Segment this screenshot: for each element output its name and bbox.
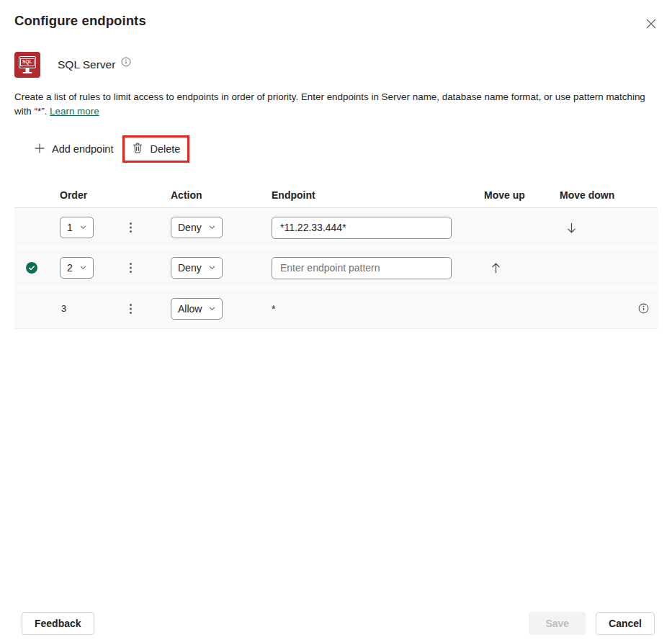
- sql-server-icon: SQL: [14, 52, 40, 78]
- endpoint-pattern-text: *: [272, 303, 275, 315]
- cancel-button[interactable]: Cancel: [596, 612, 655, 635]
- endpoints-table: Order Action Endpoint Move up Move down …: [14, 182, 658, 329]
- plus-icon: [34, 143, 45, 156]
- feedback-button[interactable]: Feedback: [22, 612, 94, 635]
- header-move-up: Move up: [484, 182, 560, 207]
- configure-endpoints-dialog: Configure endpoints SQL SQL Server Creat…: [0, 0, 672, 640]
- sql-icon-label: SQL: [20, 58, 35, 66]
- delete-button[interactable]: Delete: [132, 142, 180, 156]
- action-dropdown[interactable]: Deny: [171, 217, 223, 238]
- delete-highlight-box: Delete: [122, 135, 189, 163]
- add-endpoint-button[interactable]: Add endpoint: [34, 143, 113, 156]
- chevron-down-icon: [79, 222, 87, 233]
- chevron-down-icon: [208, 262, 216, 274]
- action-dropdown[interactable]: Allow: [171, 298, 223, 320]
- drag-handle-icon[interactable]: [130, 267, 132, 269]
- order-dropdown[interactable]: 1: [60, 217, 94, 238]
- close-button[interactable]: [642, 14, 660, 33]
- page-title: Configure endpoints: [14, 13, 146, 29]
- header-move-down: Move down: [560, 182, 658, 207]
- learn-more-link[interactable]: Learn more: [50, 106, 99, 117]
- order-number: 3: [60, 303, 66, 314]
- move-up-button[interactable]: [488, 260, 504, 276]
- action-dropdown[interactable]: Deny: [171, 257, 223, 279]
- close-icon: [646, 20, 656, 31]
- drag-handle-icon[interactable]: [130, 307, 132, 310]
- arrow-down-icon: [565, 226, 578, 237]
- toolbar: Add endpoint Delete: [34, 134, 658, 164]
- info-icon[interactable]: [121, 57, 131, 67]
- selected-check-icon: [26, 262, 37, 274]
- footer: Feedback Save Cancel: [22, 612, 655, 635]
- save-button[interactable]: Save: [529, 612, 586, 635]
- move-down-button[interactable]: [563, 220, 580, 236]
- title-bar: Configure endpoints: [14, 13, 658, 33]
- table-row-selected: 2 Deny: [14, 248, 658, 289]
- order-dropdown[interactable]: 2: [60, 257, 94, 279]
- endpoint-pattern-input[interactable]: [272, 217, 452, 239]
- resource-header: SQL SQL Server: [14, 52, 658, 78]
- chevron-down-icon: [208, 303, 216, 315]
- chevron-down-icon: [79, 262, 87, 274]
- header-action: Action: [171, 182, 272, 207]
- arrow-up-icon: [489, 266, 503, 277]
- resource-name: SQL Server: [58, 58, 115, 71]
- endpoint-pattern-input[interactable]: [272, 257, 452, 279]
- table-header-row: Order Action Endpoint Move up Move down: [14, 182, 658, 208]
- drag-handle-icon[interactable]: [130, 227, 132, 229]
- description-text: Create a list of rules to limit access t…: [14, 90, 658, 119]
- table-row: 1 Deny: [14, 208, 658, 248]
- chevron-down-icon: [208, 222, 216, 233]
- row-info-icon[interactable]: [638, 303, 649, 314]
- table-row: 3 Allow *: [14, 289, 658, 329]
- monitor-icon: SQL: [19, 56, 36, 68]
- trash-icon: [132, 142, 143, 156]
- header-order: Order: [60, 182, 171, 207]
- header-endpoint: Endpoint: [272, 182, 484, 207]
